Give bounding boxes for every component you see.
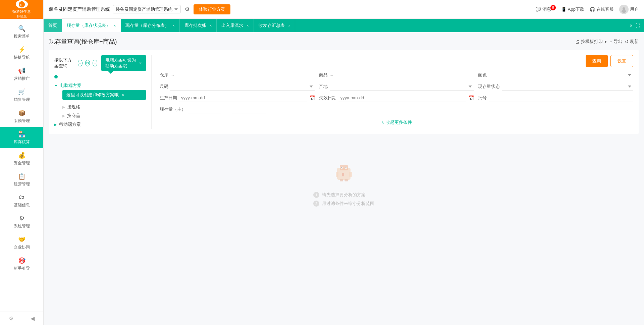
size-label: 尺码 [160,84,168,90]
app-download-action[interactable]: 📱 App下载 [561,6,584,12]
sidebar-item-label: 库存核算 [14,139,30,145]
sidebar-item-purchase[interactable]: 📦 采购管理 [0,106,43,127]
filter-back-btn[interactable]: ← [93,60,97,66]
filter-header: 按以下方案查询 + ↻ ← 电脑方案可设为移动方案哦 × [54,55,146,71]
range-separator: — [223,107,230,112]
filter-main-layout: 按以下方案查询 + ↻ ← 电脑方案可设为移动方案哦 × [54,55,633,129]
calendar-icon-prod[interactable]: 📅 [309,95,315,101]
arrow-right-icon: ▶ [54,123,57,126]
tooltip1-close[interactable]: × [139,60,142,66]
exp-date-input[interactable] [338,94,467,102]
user-label: 用户 [630,6,639,12]
origin-select[interactable] [330,83,474,91]
tab-expand-icon[interactable]: ⛶ [636,23,640,28]
online-support-action[interactable]: 🎧 在线客服 [590,6,614,12]
svg-rect-13 [340,179,343,181]
settings-footer-btn[interactable]: ⚙ [9,315,13,322]
sidebar-item-newuser[interactable]: 🎯 新手引导 [0,254,43,275]
tab-home[interactable]: 首页 [44,19,62,32]
scheme-desktop-child-1[interactable]: ▶ 按商品 [62,111,146,120]
sidebar-logo: 6 畅通好生意 标签版 [0,0,43,19]
reset-btn[interactable]: 设置 [610,55,633,67]
main-area: 装备及固定资产辅助管理系统 装备及固定资产辅助管理系统 ⚙ 体验行业方案 💬 消… [44,0,644,325]
filter-field-warehouse: 仓库 ··· [160,72,315,78]
warehouse-more[interactable]: ··· [170,73,315,78]
filter-fields-panel: 查询 设置 仓库 ··· 商品 ··· [157,55,633,129]
industry-btn[interactable]: 体验行业方案 [194,4,230,14]
sidebar-item-inventory[interactable]: 🏪 库存核算 [0,127,43,148]
empty-tip-2: 2 用过滤条件来缩小分析范围 [313,199,374,208]
handshake-icon: 🤝 [18,236,25,243]
tab-close-all-icon[interactable]: ✕ [629,23,633,28]
sidebar-item-search[interactable]: 🔍 搜索菜单 [0,21,43,43]
stock-status-select[interactable] [502,83,633,91]
system-gear-btn[interactable]: ⚙ [183,5,191,14]
filter-field-goods: 商品 ··· [319,72,474,78]
empty-state: 1 请先选择要分析的方案 2 用过滤条件来缩小分析范围 [49,138,639,228]
collapse-filter-btn[interactable]: ∧ 收起更多条件 [160,117,633,128]
tab-inventory-dist[interactable]: 现存量（库存分布表） × [121,19,179,32]
sidebar-item-nav[interactable]: ⚡ 快捷导航 [0,43,43,64]
sidebar-item-system[interactable]: ⚙ 系统管理 [0,211,43,232]
size-select[interactable] [170,83,315,91]
tab-inventory-dist-label: 现存量（库存分布表） [125,22,169,29]
tooltip1-text: 电脑方案可设为移动方案哦 [105,57,137,69]
tab-batch[interactable]: 库存批次账 × [180,19,217,32]
color-select[interactable] [489,71,633,79]
tab-close-inout[interactable]: × [247,23,249,28]
filter-area: 按以下方案查询 + ↻ ← 电脑方案可设为移动方案哦 × [49,50,639,134]
tooltip2-container: 这里可以创建和修改方案哦 × [62,90,146,100]
scheme-child-label: 按商品 [67,113,80,119]
headset-icon: 🎧 [590,7,595,12]
filter-field-size: 尺码 [160,83,315,91]
export-btn[interactable]: ↑ 导出 [610,39,623,45]
export-label: 导出 [613,39,622,45]
page-title-actions: 🖨 按模板打印 ▼ ↑ 导出 ↺ 刷新 [575,39,639,45]
print-btn[interactable]: 🖨 按模板打印 ▼ [575,39,607,45]
collapse-sidebar-btn[interactable]: ◀ [31,315,35,322]
sidebar-item-label: 企业协同 [14,245,30,250]
scheme-mobile[interactable]: ▶ 移动端方案 [54,120,146,129]
sidebar-item-sales[interactable]: 🛒 销售管理 [0,85,43,106]
messages-badge: 8 [550,5,556,10]
svg-point-2 [623,7,625,10]
tab-receive[interactable]: 收发存汇总表 × [254,19,295,32]
scheme-desktop[interactable]: ▼ 电脑端方案 [54,81,146,90]
search-btn[interactable]: 查询 [586,55,608,67]
user-action[interactable]: 用户 [619,5,639,14]
tooltip2-close[interactable]: × [121,92,124,98]
batch-input[interactable] [489,94,633,102]
tab-close-inventory-dist[interactable]: × [172,23,174,28]
stock-main-to[interactable] [232,105,266,113]
refresh-btn[interactable]: ↺ 刷新 [625,39,639,45]
calendar-icon-exp[interactable]: 📅 [468,95,474,101]
scheme-child-label: 按规格 [67,104,80,110]
sidebar-item-basic[interactable]: 🗂 基础信息 [0,191,43,211]
scheme-desktop-label: 电脑端方案 [60,83,82,89]
tab-close-inventory-status[interactable]: × [114,23,116,28]
tab-inout[interactable]: 出入库流水 × [217,19,254,32]
messages-action[interactable]: 💬 消息 8 [536,6,556,12]
stock-main-from[interactable] [188,105,221,113]
sidebar-item-company[interactable]: 🤝 企业协同 [0,232,43,254]
tab-close-batch[interactable]: × [210,23,212,28]
svg-rect-6 [342,173,344,176]
page-title-row: 现存量查询(按仓库+商品) 🖨 按模板打印 ▼ ↑ 导出 ↺ 刷新 [49,38,639,46]
goods-more[interactable]: ··· [330,73,474,78]
filter-add-btn[interactable]: + [78,60,83,66]
sidebar-item-label: 搜索菜单 [14,34,30,39]
filter-field-stock-main: 现存量（主） — [160,105,633,113]
tab-inventory-status[interactable]: 现存量（库存状况表） × [62,19,121,32]
svg-point-0 [18,1,24,7]
scheme-desktop-child-0[interactable]: ▶ 按规格 [62,103,146,111]
sidebar-item-ops[interactable]: 📋 经营管理 [0,169,43,191]
lightning-icon: ⚡ [18,46,25,53]
filter-cycle-btn[interactable]: ↻ [85,60,90,66]
prod-date-input[interactable] [179,94,307,102]
sidebar-item-finance[interactable]: 💰 资金管理 [0,148,43,169]
system-select[interactable]: 装备及固定资产辅助管理系统 [113,5,181,13]
exp-date-label: 失效日期 [319,95,336,101]
sidebar-item-marketing[interactable]: 📢 营销推广 [0,64,43,85]
tab-close-receive[interactable]: × [288,23,290,28]
filter-row-1: 仓库 ··· 商品 ··· 颜色 [160,71,633,79]
